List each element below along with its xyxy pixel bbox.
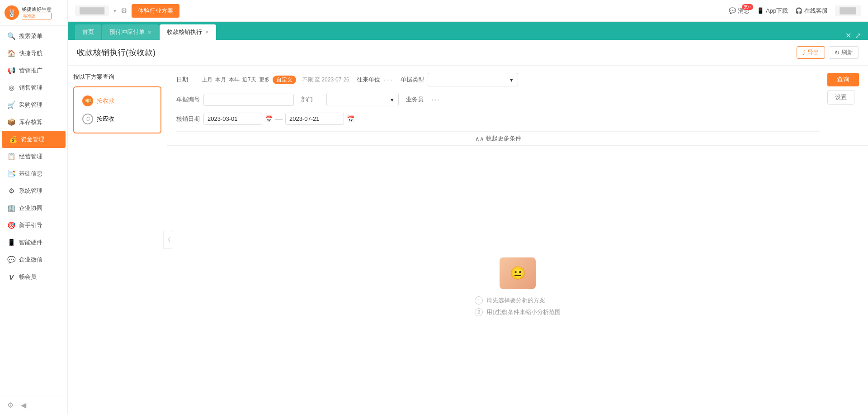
dept-select[interactable]: ▾ (326, 93, 399, 106)
sidebar-item-label: 系统管理 (19, 187, 42, 195)
verify-date-start-icon[interactable]: 📅 (265, 115, 273, 123)
query-label-receivable: 按应收 (97, 115, 114, 123)
tab-receipt-close[interactable]: ✕ (205, 29, 209, 35)
page-content: 收款核销执行(按收款) ⤴ 导出 ↻ 刷新 按以下方案查询 💴 (68, 40, 868, 414)
date-shortcut-last-month[interactable]: 上月 (202, 76, 212, 84)
industry-btn[interactable]: 体验行业方案 (132, 4, 179, 18)
sidebar-item-label: 快捷导航 (19, 49, 42, 57)
sidebar-item-inventory[interactable]: 📦 库存核算 (0, 114, 67, 131)
search-area: 按以下方案查询 💴 按收款 ⏱ 按应收 《 (68, 66, 868, 414)
filter-row-2: 单据编号 部门 ▾ (176, 93, 820, 106)
date-shortcut-7days[interactable]: 近7天 (242, 76, 256, 84)
step-1-num: 1 (475, 296, 483, 305)
query-item-by-receipt[interactable]: 💴 按收款 (78, 92, 157, 110)
empty-icon: 😐 (495, 244, 540, 289)
empty-box-face: 😐 (510, 266, 526, 281)
sidebar-item-hardware[interactable]: 📱 智能硬件 (0, 234, 67, 251)
guide-icon: 🎯 (7, 221, 15, 229)
settings-bottom-icon[interactable]: ⚙ (7, 401, 14, 409)
sidebar-item-label: 搜索菜单 (19, 32, 42, 40)
sidebar-item-purchase[interactable]: 🛒 采购管理 (0, 96, 67, 114)
sidebar-item-sales[interactable]: ◎ 销售管理 (0, 79, 67, 96)
verify-date-start-input[interactable] (203, 113, 262, 125)
inventory-icon: 📦 (7, 118, 15, 126)
date-filter-group: 日期 上月 本月 本年 近7天 更多 自定义 (176, 76, 349, 84)
export-button[interactable]: ⤴ 导出 (797, 46, 825, 59)
tab-expand-icon[interactable]: ⤢ (855, 31, 861, 40)
logo-badge: 标准版 (22, 13, 52, 19)
date-shortcut-custom[interactable]: 自定义 (273, 76, 296, 84)
user-menu[interactable]: ████ (835, 5, 861, 16)
bill-type-dropdown-icon: ▾ (510, 76, 513, 83)
export-icon: ⤴ (802, 49, 806, 56)
sidebar-bottom: ⚙ ◀ (0, 396, 67, 414)
sales-icon: ◎ (7, 84, 15, 92)
refresh-icon: ↻ (835, 49, 840, 56)
tab-home[interactable]: 首页 (75, 24, 101, 40)
date-shortcut-this-year[interactable]: 本年 (229, 76, 240, 84)
app-download-btn[interactable]: 📱 App下载 (757, 7, 788, 15)
export-label: 导出 (807, 48, 819, 57)
sidebar-item-search[interactable]: 🔍 搜索菜单 (0, 28, 67, 45)
sidebar-item-member[interactable]: V 畅会员 (0, 268, 67, 286)
sidebar-item-basics[interactable]: 📑 基础信息 (0, 165, 67, 182)
staff-dots[interactable]: ··· (431, 95, 441, 105)
tab-close-icon[interactable]: ✕ (845, 31, 851, 40)
left-panel-title: 按以下方案查询 (73, 73, 161, 81)
empty-hint-2: 2 用[过滤]条件来缩小分析范围 (475, 308, 560, 316)
collapse-sidebar-icon[interactable]: ◀ (21, 401, 26, 409)
query-item-by-receivable[interactable]: ⏱ 按应收 (78, 110, 157, 128)
verify-date-end-input[interactable] (285, 113, 344, 125)
bill-no-input[interactable] (203, 94, 294, 106)
empty-text-group: 1 请先选择要分析的方案 2 用[过滤]条件来缩小分析范围 (475, 296, 560, 316)
sidebar-item-guide[interactable]: 🎯 新手引导 (0, 217, 67, 234)
left-panel-collapse-btn[interactable]: 《 (163, 231, 172, 249)
sidebar-logo: 🐰 畅捷通好生意 标准版 (0, 0, 67, 26)
tab-prepay[interactable]: 预付冲应付单 ✕ (102, 24, 159, 40)
sidebar-item-label: 基础信息 (19, 170, 42, 178)
verify-date-label: 核销日期 (176, 115, 200, 123)
wechat-icon: 💬 (7, 256, 15, 264)
sidebar-item-wechat[interactable]: 💬 企业微信 (0, 251, 67, 268)
date-shortcut-more[interactable]: 更多 (259, 76, 270, 84)
refresh-button[interactable]: ↻ 刷新 (829, 46, 859, 59)
sidebar-item-label: 智能硬件 (19, 238, 42, 247)
verify-date-end-icon[interactable]: 📅 (347, 115, 354, 123)
staff-filter-group: 业务员 ··· (406, 95, 441, 105)
settings-button[interactable]: 设置 (827, 90, 854, 105)
sidebar-item-quicknav[interactable]: 🏠 快捷导航 (0, 45, 67, 62)
partner-filter-group: 往来单位 ··· (357, 75, 393, 85)
bill-type-select[interactable]: ▾ (428, 73, 518, 86)
bill-no-label: 单据编号 (176, 95, 200, 104)
sidebar-item-operations[interactable]: 📋 经营管理 (0, 148, 67, 165)
sidebar-item-marketing[interactable]: 📢 营销推广 (0, 62, 67, 79)
dropdown-icon[interactable]: ▾ (113, 8, 116, 14)
sidebar-nav: 🔍 搜索菜单 🏠 快捷导航 📢 营销推广 ◎ 销售管理 🛒 采购管理 📦 库存核… (0, 26, 67, 396)
bill-type-filter-group: 单据类型 ▾ (401, 73, 518, 86)
empty-box: 😐 (500, 257, 536, 289)
right-area: 日期 上月 本月 本年 近7天 更多 自定义 (167, 66, 868, 414)
query-button[interactable]: 查询 (827, 73, 859, 86)
verify-date-input-group: 📅 — 📅 (203, 113, 354, 125)
search-icon: 🔍 (7, 32, 15, 40)
purchase-icon: 🛒 (7, 101, 15, 109)
receivable-icon: ⏱ (82, 114, 93, 124)
staff-label: 业务员 (406, 95, 428, 104)
message-btn[interactable]: 💬 消息 99+ (729, 7, 750, 15)
logo-text: 畅捷通好生意 (22, 6, 52, 12)
collapse-more-btn[interactable]: ∧∧ 收起更多条件 (176, 131, 820, 145)
sidebar-item-finance[interactable]: 💰 资金管理 (2, 131, 66, 148)
tab-prepay-close[interactable]: ✕ (147, 29, 151, 35)
date-shortcut-this-month[interactable]: 本月 (215, 76, 226, 84)
tab-receipt[interactable]: 收款核销执行 ✕ (160, 24, 216, 40)
topbar-right: 💬 消息 99+ 📱 App下载 🎧 在线客服 ████ (729, 5, 861, 16)
online-service-btn[interactable]: 🎧 在线客服 (795, 7, 828, 15)
sidebar-item-system[interactable]: ⚙ 系统管理 (0, 182, 67, 200)
bill-type-label: 单据类型 (401, 76, 424, 84)
partner-dots[interactable]: ··· (384, 75, 393, 85)
topbar-gear-icon[interactable]: ⚙ (121, 6, 127, 15)
system-icon: ⚙ (7, 187, 15, 195)
collapse-more-label: 收起更多条件 (486, 134, 521, 143)
collapse-up-icon: ∧∧ (475, 135, 484, 142)
sidebar-item-enterprise[interactable]: 🏢 企业协同 (0, 200, 67, 217)
